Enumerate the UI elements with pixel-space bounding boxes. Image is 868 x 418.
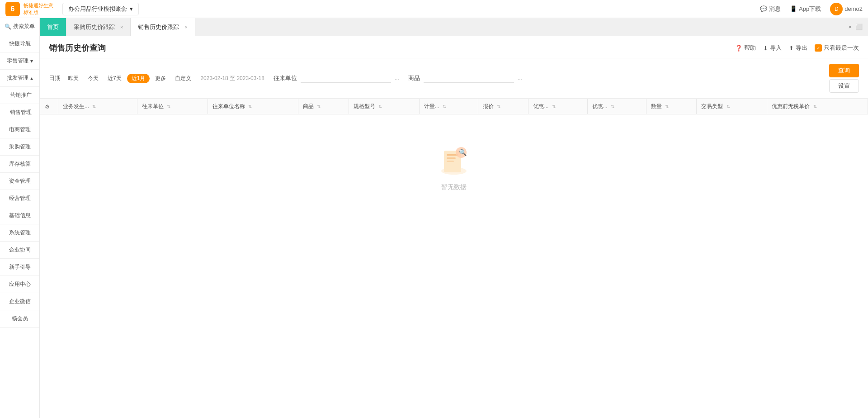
chevron-up-icon: ▴ <box>30 75 33 81</box>
avatar: D <box>830 3 843 15</box>
th-product[interactable]: 商品 ⇅ <box>298 99 349 114</box>
help-icon: ❓ <box>735 45 742 52</box>
logo-area: 6 畅捷通好生意 标准版 办公用品行业模拟账套 ▾ <box>5 2 139 16</box>
sidebar-item-finance[interactable]: 资金管理 <box>0 173 39 190</box>
user-nav[interactable]: D demo2 <box>830 3 863 15</box>
sort-icon-biz-date: ⇅ <box>92 104 96 109</box>
tab-close-purchase[interactable]: × <box>120 24 123 30</box>
sidebar-item-new-guide[interactable]: 新手引导 <box>0 259 39 276</box>
counterpart-input[interactable] <box>301 74 391 83</box>
top-header: 6 畅捷通好生意 标准版 办公用品行业模拟账套 ▾ 💬 消息 📱 App下载 D… <box>0 0 868 18</box>
only-last-checkbox-wrap[interactable]: ✓ 只看最后一次 <box>815 44 859 52</box>
page-content: 销售历史价查询 ❓ 帮助 ⬇ 导入 ⬆ 导出 ✓ <box>40 36 868 418</box>
date-filter-label: 日期 <box>49 74 61 82</box>
th-spec[interactable]: 规格型号 ⇅ <box>349 99 419 114</box>
tab-close-window-icon[interactable]: × <box>848 24 852 30</box>
filter-buttons: 查询 设置 <box>829 64 859 93</box>
product-label: 商品 <box>408 74 420 82</box>
sort-icon-trade-type: ⇅ <box>726 104 730 109</box>
svg-rect-4 <box>447 161 454 162</box>
tab-close-sales[interactable]: × <box>184 24 187 30</box>
sidebar-item-quick-nav[interactable]: 快捷导航 <box>0 35 39 52</box>
tab-purchase-history[interactable]: 采购历史价跟踪 × <box>66 18 131 36</box>
date-option-last7days[interactable]: 近7天 <box>104 74 125 83</box>
product-filter-group: 商品 ... <box>408 74 522 83</box>
tab-maximize-icon[interactable]: ⬜ <box>855 24 863 30</box>
app-download-nav[interactable]: 📱 App下载 <box>790 5 821 13</box>
sort-icon-discount2: ⇅ <box>611 104 614 109</box>
sidebar-item-basic-info[interactable]: 基础信息 <box>0 207 39 224</box>
sidebar-item-sales-mgmt[interactable]: 销售管理 <box>0 104 39 121</box>
product-dots[interactable]: ... <box>518 75 522 81</box>
page-actions: ❓ 帮助 ⬇ 导入 ⬆ 导出 ✓ 只看最后一次 <box>735 44 859 52</box>
page-title: 销售历史价查询 <box>49 43 106 53</box>
date-option-last1month[interactable]: 近1月 <box>127 74 150 83</box>
query-button[interactable]: 查询 <box>829 64 859 77</box>
settings-button[interactable]: 设置 <box>829 79 859 93</box>
th-discount2[interactable]: 优惠... ⇅ <box>587 99 646 114</box>
sidebar-item-search[interactable]: 🔍 搜索菜单 <box>0 18 39 35</box>
content-area: 首页 采购历史价跟踪 × 销售历史价跟踪 × × ⬜ 销售历史价查询 <box>40 18 868 418</box>
date-option-custom[interactable]: 自定义 <box>171 74 195 83</box>
sidebar-item-enterprise-collab[interactable]: 企业协同 <box>0 242 39 259</box>
empty-state: 🔍 暂无数据 <box>40 114 868 218</box>
sidebar-item-marketing[interactable]: 营销推广 <box>0 87 39 104</box>
export-action[interactable]: ⬆ 导出 <box>789 44 807 52</box>
counterpart-dots[interactable]: ... <box>395 75 399 81</box>
th-trade-type[interactable]: 交易类型 ⇅ <box>697 99 767 114</box>
product-input[interactable] <box>424 74 514 83</box>
sort-icon-spec: ⇅ <box>378 104 382 109</box>
date-range-display: 2023-02-18 至 2023-03-18 <box>200 75 264 82</box>
sort-icon-pre-discount-price: ⇅ <box>813 104 817 109</box>
header-right: 💬 消息 📱 App下载 D demo2 <box>760 3 863 15</box>
sort-icon-quoted-price: ⇅ <box>497 104 500 109</box>
th-counterpart[interactable]: 往来单位 ⇅ <box>137 99 208 114</box>
tab-bar: 首页 采购历史价跟踪 × 销售历史价跟踪 × × ⬜ <box>40 18 868 36</box>
table-area: ⚙ 业务发生... ⇅ 往来单位 ⇅ 往来单位名称 ⇅ <box>40 99 868 418</box>
sidebar-item-purchase[interactable]: 采购管理 <box>0 138 39 156</box>
app-selector[interactable]: 办公用品行业模拟账套 ▾ <box>62 3 139 15</box>
tab-sales-history[interactable]: 销售历史价跟踪 × <box>131 18 195 36</box>
sidebar-item-member[interactable]: 畅会员 <box>0 310 39 328</box>
th-biz-date[interactable]: 业务发生... ⇅ <box>58 99 137 114</box>
logo-text: 畅捷通好生意 标准版 <box>24 2 53 15</box>
sort-icon-quantity: ⇅ <box>665 104 669 109</box>
tab-bar-actions: × ⬜ <box>848 24 868 30</box>
chevron-down-icon: ▾ <box>130 5 133 12</box>
counterpart-label: 往来单位 <box>274 74 297 82</box>
message-nav[interactable]: 💬 消息 <box>760 5 781 13</box>
svg-rect-3 <box>447 157 456 159</box>
counterpart-filter-group: 往来单位 ... <box>274 74 399 83</box>
chevron-down-icon: ▾ <box>30 58 33 64</box>
date-options: 昨天 今天 近7天 近1月 更多 自定义 <box>64 74 195 83</box>
sidebar-item-system[interactable]: 系统管理 <box>0 224 39 242</box>
date-option-today[interactable]: 今天 <box>84 74 102 83</box>
date-option-more[interactable]: 更多 <box>151 74 170 83</box>
th-counterpart-name[interactable]: 往来单位名称 ⇅ <box>208 99 298 114</box>
tab-home[interactable]: 首页 <box>40 18 66 36</box>
sidebar-item-operations[interactable]: 经营管理 <box>0 190 39 207</box>
sort-icon-counterpart: ⇅ <box>167 104 170 109</box>
sidebar-item-wholesale[interactable]: 批发管理 ▴ <box>0 70 39 87</box>
th-quantity[interactable]: 数量 ⇅ <box>646 99 697 114</box>
import-action[interactable]: ⬇ 导入 <box>763 44 782 52</box>
sort-icon-discount1: ⇅ <box>552 104 556 109</box>
sidebar-item-enterprise-wechat[interactable]: 企业微信 <box>0 293 39 310</box>
sidebar-item-app-center[interactable]: 应用中心 <box>0 276 39 293</box>
sidebar-item-ecommerce[interactable]: 电商管理 <box>0 121 39 138</box>
only-last-checkbox[interactable]: ✓ <box>815 44 822 52</box>
th-settings[interactable]: ⚙ <box>40 99 58 114</box>
th-discount1[interactable]: 优惠... ⇅ <box>528 99 587 114</box>
sort-icon-unit: ⇅ <box>443 104 446 109</box>
th-pre-discount-price[interactable]: 优惠前无税单价 ⇅ <box>767 99 868 114</box>
th-quoted-price[interactable]: 报价 ⇅ <box>478 99 528 114</box>
sidebar-item-stock[interactable]: 库存核算 <box>0 156 39 173</box>
empty-text: 暂无数据 <box>441 183 467 191</box>
th-unit[interactable]: 计量... ⇅ <box>419 99 478 114</box>
help-action[interactable]: ❓ 帮助 <box>735 44 756 52</box>
date-option-yesterday[interactable]: 昨天 <box>64 74 82 83</box>
sidebar-item-retail[interactable]: 零售管理 ▾ <box>0 52 39 70</box>
filter-area: 日期 昨天 今天 近7天 近1月 更多 自定义 2023-02-18 至 202… <box>40 58 868 99</box>
download-icon: 📱 <box>790 5 797 12</box>
data-table: ⚙ 业务发生... ⇅ 往来单位 ⇅ 往来单位名称 ⇅ <box>40 99 868 114</box>
